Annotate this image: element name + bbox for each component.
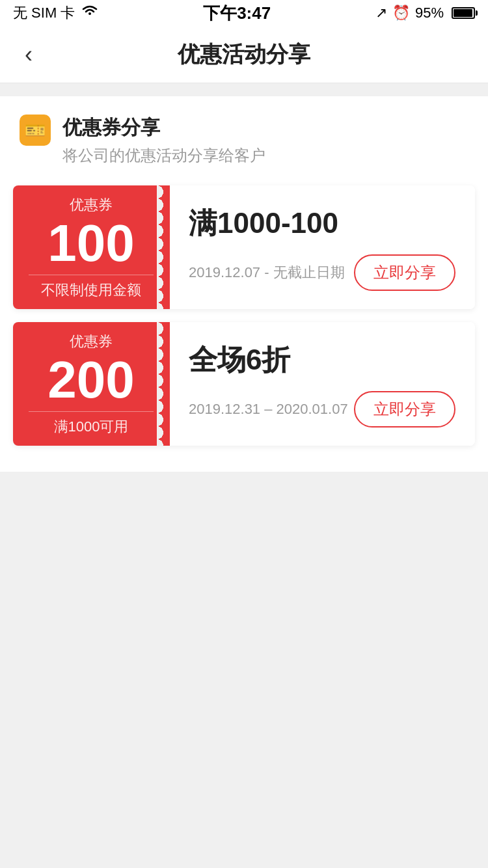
coupon-amount-1: 100 — [47, 217, 134, 269]
alarm-icon: ⏰ — [392, 5, 410, 21]
battery-icon — [452, 7, 475, 19]
coupon-label-2: 优惠券 — [70, 332, 113, 351]
section-text-block: 优惠券分享 将公司的优惠活动分享给客户 — [62, 115, 265, 166]
location-icon: ↗ — [375, 5, 387, 21]
back-button[interactable]: ‹ — [18, 34, 39, 75]
status-right: ↗ ⏰ 95% — [375, 5, 475, 21]
section-header: 🎫 优惠券分享 将公司的优惠活动分享给客户 — [0, 96, 488, 179]
status-bar: 无 SIM 卡 下午3:47 ↗ ⏰ 95% — [0, 0, 488, 26]
share-button-2[interactable]: 立即分享 — [354, 391, 455, 427]
coupon-divider-2 — [29, 411, 154, 412]
section-icon: 🎫 — [20, 115, 51, 146]
share-button-1[interactable]: 立即分享 — [354, 254, 455, 291]
coupon-name-2: 全场6折 — [189, 341, 455, 379]
coupon-amount-2: 200 — [47, 354, 134, 406]
coupon-icon: 🎫 — [25, 120, 46, 141]
coupon-left-1: 优惠券 100 不限制使用金额 — [13, 185, 169, 309]
coupon-condition-1: 不限制使用金额 — [41, 280, 141, 300]
coupon-name-1: 满1000-100 — [189, 204, 455, 243]
coupon-card-2: 优惠券 200 满1000可用 全场6折 2019.12.31 – 2020.0… — [13, 322, 475, 446]
page-title: 优惠活动分享 — [178, 40, 310, 70]
coupon-list: 优惠券 100 不限制使用金额 满1000-100 2019.12.07 - 无… — [0, 179, 488, 472]
status-left: 无 SIM 卡 — [13, 3, 98, 23]
section-gap — [0, 83, 488, 96]
coupon-meta-2: 2019.12.31 – 2020.01.07 立即分享 — [189, 391, 455, 427]
coupon-card-1: 优惠券 100 不限制使用金额 满1000-100 2019.12.07 - 无… — [13, 185, 475, 309]
nav-bar: ‹ 优惠活动分享 — [0, 26, 488, 83]
section-subtitle: 将公司的优惠活动分享给客户 — [62, 145, 265, 166]
coupon-condition-2: 满1000可用 — [54, 417, 129, 437]
coupon-left-2: 优惠券 200 满1000可用 — [13, 322, 169, 446]
bottom-area — [0, 472, 488, 862]
coupon-date-2: 2019.12.31 – 2020.01.07 — [189, 401, 348, 418]
coupon-label-1: 优惠券 — [70, 195, 113, 215]
coupon-right-1: 满1000-100 2019.12.07 - 无截止日期 立即分享 — [169, 185, 475, 309]
status-time: 下午3:47 — [203, 2, 271, 25]
no-sim-text: 无 SIM 卡 — [13, 3, 75, 23]
section-title: 优惠券分享 — [62, 115, 265, 141]
coupon-divider-1 — [29, 275, 154, 275]
battery-text: 95% — [415, 5, 444, 21]
coupon-date-1: 2019.12.07 - 无截止日期 — [189, 263, 345, 282]
coupon-right-2: 全场6折 2019.12.31 – 2020.01.07 立即分享 — [169, 322, 475, 446]
coupon-meta-1: 2019.12.07 - 无截止日期 立即分享 — [189, 254, 455, 291]
wifi-icon — [81, 5, 98, 21]
